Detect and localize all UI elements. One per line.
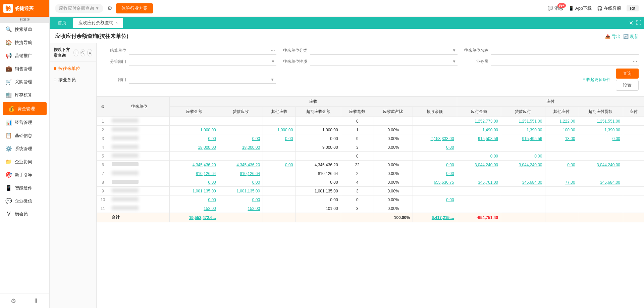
sidebar-item-search-menu[interactable]: 🔍 搜索菜单 — [0, 23, 49, 36]
table-cell[interactable]: 1,000.00 — [170, 126, 219, 134]
table-cell[interactable]: 0.00 — [170, 134, 219, 143]
collapse-more-btn[interactable]: ^ 收起更多条件 — [583, 76, 610, 84]
table-cell[interactable]: 18,000.00 — [170, 143, 219, 152]
table-cell[interactable]: 1,000.00 — [263, 126, 296, 134]
partner-name-cell — [109, 169, 170, 178]
online-service-button[interactable]: 🎧 在线客服 — [597, 5, 621, 11]
user-info[interactable]: Rit — [627, 5, 639, 11]
settings-gear-icon[interactable]: ⚙ — [107, 5, 112, 11]
sidebar-item-basic[interactable]: 📋 基础信息 — [0, 129, 49, 142]
sidebar-item-guide[interactable]: 🎯 新手引导 — [0, 168, 49, 181]
table-cell[interactable]: 0.00 — [219, 195, 263, 204]
table-cell[interactable]: 345,761.00 — [457, 178, 501, 187]
table-cell[interactable]: 1,490.00 — [457, 126, 501, 134]
table-cell[interactable]: 1,001,135.00 — [219, 187, 263, 195]
table-cell[interactable]: 4,345,436.20 — [170, 161, 219, 169]
sidebar-item-member[interactable]: V 畅会员 — [0, 208, 49, 220]
table-cell[interactable]: 3,044,240.00 — [457, 161, 501, 169]
salesperson-input[interactable]: ··· — [491, 57, 639, 66]
collapse-scheme-button[interactable]: « — [87, 49, 92, 56]
sidebar-item-finance[interactable]: 💰 资金管理 — [3, 102, 47, 115]
table-cell[interactable]: 1,222.00 — [545, 117, 578, 126]
sidebar-item-inventory[interactable]: 🏢 库存核算 — [0, 88, 49, 101]
dept-input[interactable]: ▼ — [129, 58, 276, 66]
table-cell[interactable]: 915,508.56 — [457, 134, 501, 143]
table-cell[interactable]: 18,000.00 — [219, 143, 263, 152]
tab-maximize-icon[interactable]: ⛶ — [636, 20, 641, 26]
nav-by-salesperson[interactable]: 按业务员 — [50, 74, 96, 86]
tab-close-icon[interactable]: × — [115, 20, 118, 25]
table-cell[interactable]: 0.00 — [170, 195, 219, 204]
table-cell[interactable]: 0.00 — [263, 161, 296, 169]
sidebar-item-operation[interactable]: 📊 经营管理 — [0, 116, 49, 129]
department-input[interactable]: ▼ — [129, 76, 276, 84]
table-cell[interactable]: 0.00 — [219, 178, 263, 187]
th-settings[interactable]: ⚙ — [97, 97, 109, 117]
table-cell[interactable]: 100.00 — [545, 126, 578, 134]
app-download-button[interactable]: 📱 App下载 — [569, 5, 592, 11]
sidebar-item-hardware[interactable]: 📱 智能硬件 — [0, 181, 49, 194]
table-cell[interactable]: 655,636.75 — [413, 178, 457, 187]
sidebar-item-system[interactable]: ⚙️ 系统管理 — [0, 142, 49, 155]
settings-bottom-btn[interactable]: ⚙ — [3, 297, 23, 305]
sidebar-item-marketing[interactable]: 📢 营销推广 — [0, 49, 49, 62]
table-cell[interactable]: 0.00 — [545, 161, 578, 169]
table-row: 418,000.0018,000.009,000.0030.00%0.00 — [97, 143, 644, 152]
solution-button[interactable]: 体验行业方案 — [116, 3, 153, 13]
sidebar-item-purchase[interactable]: 🛒 采购管理 — [0, 75, 49, 88]
table-cell[interactable]: 3,044,240.00 — [578, 161, 623, 169]
nav-by-partner[interactable]: 按往来单位 — [50, 63, 96, 74]
table-cell[interactable]: 2,153,333.00 — [413, 134, 457, 143]
table-cell[interactable]: 4,345,436.20 — [219, 161, 263, 169]
table-cell[interactable]: 1,252,773.00 — [457, 117, 501, 126]
settlement-unit-input[interactable]: ··· — [129, 46, 276, 55]
table-cell[interactable]: 0.00 — [219, 134, 263, 143]
table-cell[interactable]: 0.00 — [501, 152, 545, 161]
table-cell[interactable]: 810,126.64 — [170, 169, 219, 178]
table-cell[interactable]: 77.00 — [545, 178, 578, 187]
table-cell[interactable]: 345,684.00 — [501, 178, 545, 187]
table-cell[interactable]: 810,126.64 — [219, 169, 263, 178]
export-button[interactable]: 📤 导出 — [605, 34, 621, 40]
table-cell[interactable]: 0.00 — [413, 195, 457, 204]
table-settings-icon[interactable]: ⚙ — [101, 104, 105, 109]
sidebar-item-quick-nav[interactable]: 🏠 快捷导航 — [0, 36, 49, 49]
pause-bottom-btn[interactable]: ⏸ — [26, 297, 46, 305]
table-cell[interactable]: 915,495.56 — [501, 134, 545, 143]
partner-nature-input[interactable]: ▼ — [310, 58, 458, 66]
table-cell[interactable]: 1,390.00 — [578, 126, 623, 134]
tab-close-window-icon[interactable]: ✕ — [629, 20, 633, 26]
table-cell[interactable]: 0.00 — [578, 134, 623, 143]
table-cell[interactable]: 0.00 — [457, 152, 501, 161]
refresh-button[interactable]: 🔄 刷新 — [623, 34, 639, 40]
partner-name-input[interactable] — [491, 47, 639, 55]
table-cell — [623, 143, 644, 152]
total-prepay[interactable]: 6,417,215.... — [413, 213, 457, 222]
table-cell[interactable]: 0.00 — [413, 169, 457, 178]
sidebar-item-sales[interactable]: 💼 销售管理 — [0, 62, 49, 75]
sidebar-item-cooperation[interactable]: 📁 企业协同 — [0, 155, 49, 168]
table-cell[interactable]: 0.00 — [413, 161, 457, 169]
setting-button[interactable]: 设置 — [616, 80, 639, 91]
table-cell[interactable]: 0.00 — [413, 143, 457, 152]
table-cell[interactable]: 152.00 — [170, 204, 219, 213]
table-cell[interactable]: 3,044,240.00 — [501, 161, 545, 169]
table-cell[interactable]: 0.00 — [263, 134, 296, 143]
table-cell[interactable]: 1,001,135.00 — [170, 187, 219, 195]
tab-home[interactable]: 首页 — [52, 18, 72, 28]
partner-category-input[interactable]: ▼ — [310, 47, 458, 55]
table-cell[interactable]: 152.00 — [219, 204, 263, 213]
tab-ar-query[interactable]: 应收应付余额查询 × — [73, 18, 123, 28]
sidebar-item-weixin[interactable]: 💬 企业微信 — [0, 194, 49, 208]
table-cell[interactable]: 1,251,551.00 — [578, 117, 623, 126]
table-cell[interactable]: 13.00 — [545, 134, 578, 143]
message-button[interactable]: 💬 消息 99+ — [548, 5, 563, 11]
total-ar-amount[interactable]: 19,553,472.6... — [170, 213, 219, 222]
table-cell[interactable]: 345,684.00 — [578, 178, 623, 187]
table-cell[interactable]: 0.00 — [170, 178, 219, 187]
table-cell[interactable]: 1,251,551.00 — [501, 117, 545, 126]
query-button[interactable]: 查询 — [616, 69, 639, 79]
table-cell[interactable]: 1,390.00 — [501, 126, 545, 134]
edit-scheme-button[interactable]: ⊙ — [80, 49, 86, 56]
add-scheme-button[interactable]: + — [73, 49, 78, 56]
